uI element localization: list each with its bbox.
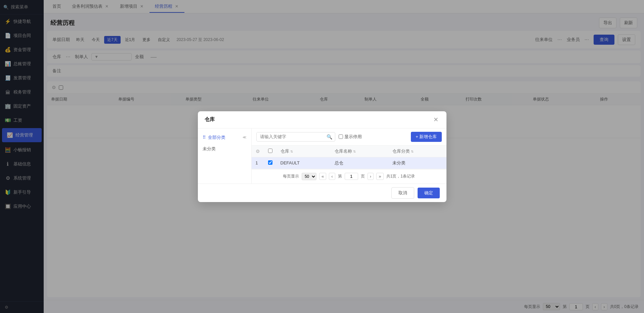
modal-next-page[interactable]: ›: [368, 173, 374, 180]
row-category: 未分类: [388, 157, 446, 169]
modal-table-wrap: ⚙ 仓库⇅ 仓库名称⇅ 仓库分类⇅ 1 DEFAULT 总仓 未分类: [252, 146, 446, 169]
modal-table: ⚙ 仓库⇅ 仓库名称⇅ 仓库分类⇅ 1 DEFAULT 总仓 未分类: [252, 146, 446, 169]
col-category: 仓库分类⇅: [388, 146, 446, 157]
modal-body: ⠿ 全部分类 ≪ 未分类 🔍: [198, 128, 446, 184]
show-disabled-checkbox[interactable]: [339, 134, 343, 139]
modal-pagination: 每页显示 50 « ‹ 第 页 › » 共1页，1条记录: [252, 169, 446, 184]
modal-search[interactable]: 🔍: [256, 132, 335, 142]
col-code: 仓库⇅: [276, 146, 331, 157]
uncategorized-label: 未分类: [203, 146, 216, 152]
row-name: 总仓: [331, 157, 388, 169]
cancel-button[interactable]: 取消: [391, 187, 414, 199]
modal-last-page[interactable]: »: [376, 173, 383, 180]
modal-close-button[interactable]: ✕: [432, 116, 440, 123]
modal-sidebar-all-category[interactable]: ⠿ 全部分类 ≪: [198, 132, 251, 143]
row-checkbox[interactable]: [268, 160, 272, 165]
modal-toolbar: 🔍 显示停用 + 新增仓库: [252, 128, 446, 146]
modal-page-suffix: 页: [361, 173, 365, 179]
grid-icon: ⠿: [203, 135, 206, 140]
modal-page-input[interactable]: [345, 173, 358, 180]
add-warehouse-button[interactable]: + 新增仓库: [411, 132, 441, 142]
col-name: 仓库名称⇅: [331, 146, 388, 157]
row-num: 1: [252, 157, 264, 169]
modal-per-page-select[interactable]: 50: [302, 173, 316, 180]
modal-col-settings[interactable]: ⚙: [256, 149, 260, 154]
search-icon: 🔍: [324, 132, 335, 141]
modal-search-input[interactable]: [257, 132, 324, 141]
modal-sidebar: ⠿ 全部分类 ≪ 未分类: [198, 128, 252, 184]
modal-prev-page[interactable]: ‹: [329, 173, 335, 180]
all-category-label: 全部分类: [208, 134, 225, 141]
modal-first-page[interactable]: «: [319, 173, 326, 180]
modal-per-page-label: 每页显示: [283, 173, 299, 179]
modal-sidebar-uncategorized[interactable]: 未分类: [198, 143, 251, 155]
modal-main: 🔍 显示停用 + 新增仓库 ⚙ 仓库⇅: [252, 128, 446, 184]
modal-warehouse: 仓库 ✕ ⠿ 全部分类 ≪ 未分类: [198, 111, 446, 202]
confirm-button[interactable]: 确定: [418, 188, 440, 198]
modal-total-info: 共1页，1条记录: [386, 173, 415, 179]
sidebar-collapse-icon[interactable]: ≪: [243, 135, 247, 140]
modal-header: 仓库 ✕: [198, 111, 446, 128]
modal-footer-actions: 取消 确定: [198, 184, 446, 202]
modal-sidebar-scroll: 未分类: [198, 143, 251, 180]
modal-overlay: 仓库 ✕ ⠿ 全部分类 ≪ 未分类: [0, 0, 644, 313]
modal-select-all[interactable]: [268, 149, 272, 153]
show-disabled-label[interactable]: 显示停用: [339, 134, 362, 140]
modal-table-row[interactable]: 1 DEFAULT 总仓 未分类: [252, 157, 446, 169]
modal-page-label: 第: [338, 173, 342, 179]
modal-title: 仓库: [205, 116, 215, 123]
row-code: DEFAULT: [276, 157, 331, 169]
